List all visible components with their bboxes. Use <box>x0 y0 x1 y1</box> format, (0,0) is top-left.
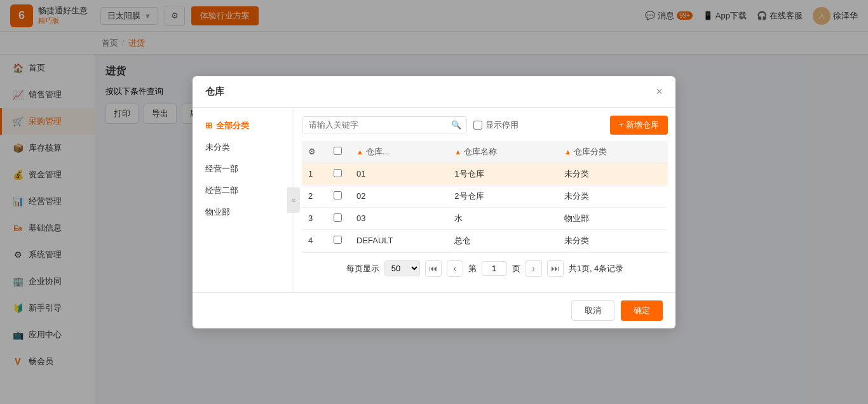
search-icon[interactable]: 🔍 <box>446 117 466 133</box>
th-warehouse-num: ▲ 仓库... <box>350 141 448 163</box>
all-categories-header[interactable]: ⊞ 全部分类 <box>198 116 288 136</box>
row-actions: 3 <box>302 207 327 229</box>
table-area: 🔍 显示停用 + 新增仓库 ⚙ <box>294 108 675 292</box>
row-checkbox-cell <box>327 185 350 207</box>
row-num: DEFAULT <box>350 229 448 252</box>
modal-close-button[interactable]: × <box>656 85 663 98</box>
confirm-button[interactable]: 确定 <box>621 300 663 321</box>
prev-page-button[interactable]: ‹ <box>447 260 463 277</box>
modal-body: ⊞ 全部分类 未分类 经营一部 经营二部 物业部 « 🔍 <box>193 108 675 292</box>
row-checkbox[interactable] <box>334 236 342 244</box>
row-category: 未分类 <box>558 229 668 252</box>
row-category: 未分类 <box>558 163 668 185</box>
sort-icon: ▲ <box>564 148 571 156</box>
row-category: 未分类 <box>558 185 668 207</box>
category-item-ops1[interactable]: 经营一部 <box>198 159 288 179</box>
row-checkbox[interactable] <box>334 169 342 177</box>
table-body: 1 01 1号仓库 未分类 2 <box>302 163 668 252</box>
row-num: 03 <box>350 207 448 229</box>
row-checkbox-cell <box>327 163 350 185</box>
total-info: 共1页, 4条记录 <box>569 263 624 274</box>
row-checkbox[interactable] <box>334 213 342 222</box>
th-warehouse-category: ▲ 仓库分类 <box>558 141 668 163</box>
row-checkbox-cell <box>327 229 350 252</box>
collapse-sidebar-button[interactable]: « <box>287 187 300 213</box>
gear-icon: ⚙ <box>308 147 316 156</box>
table-container: ⚙ ▲ 仓库... <box>302 141 668 252</box>
page-size-select[interactable]: 50 10 20 100 <box>384 260 420 276</box>
table-toolbar: 🔍 显示停用 + 新增仓库 <box>302 116 668 135</box>
table-row[interactable]: 3 03 水 物业部 <box>302 207 668 229</box>
page-label: 第 <box>468 263 477 274</box>
search-input[interactable] <box>302 117 446 133</box>
page-unit: 页 <box>512 263 520 274</box>
modal-overlay: 仓库 × ⊞ 全部分类 未分类 经营一部 经营二部 物业部 « <box>0 0 868 404</box>
th-check <box>327 141 350 163</box>
cancel-button[interactable]: 取消 <box>571 300 614 321</box>
show-disabled-checkbox[interactable] <box>473 121 482 130</box>
row-name: 总仓 <box>448 229 558 252</box>
row-checkbox-cell <box>327 207 350 229</box>
row-actions: 2 <box>302 185 327 207</box>
table-header: ⚙ ▲ 仓库... <box>302 141 668 163</box>
sort-icon: ▲ <box>356 148 363 156</box>
table-row[interactable]: 2 02 2号仓库 未分类 <box>302 185 668 207</box>
category-sidebar: ⊞ 全部分类 未分类 经营一部 经营二部 物业部 « <box>193 108 294 292</box>
warehouse-modal: 仓库 × ⊞ 全部分类 未分类 经营一部 经营二部 物业部 « <box>193 76 675 328</box>
row-checkbox[interactable] <box>334 191 342 199</box>
row-category: 物业部 <box>558 207 668 229</box>
table-row[interactable]: 1 01 1号仓库 未分类 <box>302 163 668 185</box>
last-page-button[interactable]: ⏭ <box>547 260 564 277</box>
row-name: 1号仓库 <box>448 163 558 185</box>
pagination: 每页显示 50 10 20 100 ⏮ ‹ 第 页 › ⏭ 共1页, 4条记录 <box>302 252 668 285</box>
add-warehouse-button[interactable]: + 新增仓库 <box>610 116 668 135</box>
select-all-checkbox[interactable] <box>334 147 342 155</box>
row-name: 水 <box>448 207 558 229</box>
modal-footer: 取消 确定 <box>193 292 675 328</box>
collapse-icon: « <box>292 196 296 205</box>
row-actions: 4 <box>302 229 327 252</box>
sort-icon: ▲ <box>454 148 461 156</box>
header-row: ⚙ ▲ 仓库... <box>302 141 668 163</box>
page-number-input[interactable] <box>482 261 507 276</box>
warehouse-table: ⚙ ▲ 仓库... <box>302 141 668 252</box>
category-item-unclassified[interactable]: 未分类 <box>198 137 288 158</box>
row-num: 02 <box>350 185 448 207</box>
modal-header: 仓库 × <box>193 76 675 108</box>
row-num: 01 <box>350 163 448 185</box>
modal-title: 仓库 <box>205 86 224 98</box>
category-item-ops2[interactable]: 经营二部 <box>198 180 288 201</box>
row-actions: 1 <box>302 163 327 185</box>
search-box: 🔍 <box>302 116 467 133</box>
show-disabled-label[interactable]: 显示停用 <box>473 119 519 131</box>
first-page-button[interactable]: ⏮ <box>425 260 442 277</box>
grid-icon: ⊞ <box>205 121 212 130</box>
table-row[interactable]: 4 DEFAULT 总仓 未分类 <box>302 229 668 252</box>
th-gear: ⚙ <box>302 141 327 163</box>
category-item-property[interactable]: 物业部 <box>198 202 288 222</box>
next-page-button[interactable]: › <box>526 260 542 277</box>
row-name: 2号仓库 <box>448 185 558 207</box>
th-warehouse-name: ▲ 仓库名称 <box>448 141 558 163</box>
